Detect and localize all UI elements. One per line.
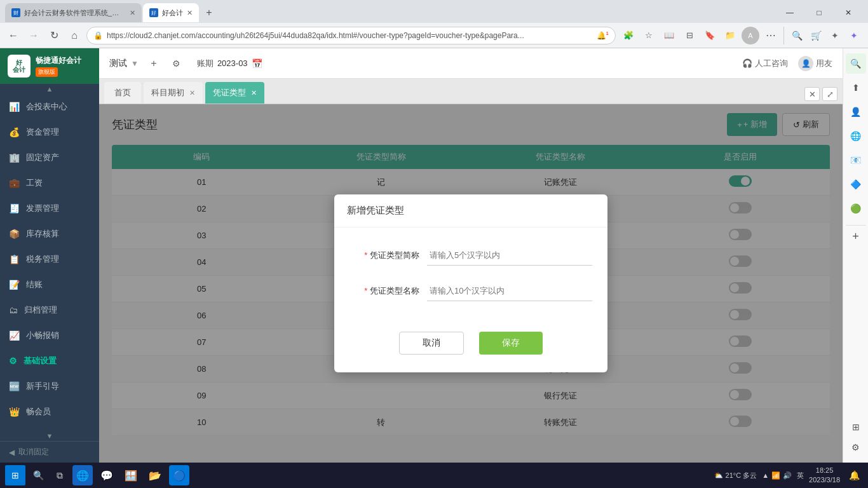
taskbar-app-folder[interactable]: 📂 bbox=[145, 465, 165, 485]
investment-icon: 📊 bbox=[9, 102, 20, 112]
sidebar-item-settings[interactable]: ⚙ 基础设置 bbox=[0, 348, 99, 374]
notification-button[interactable]: 🔔 bbox=[845, 466, 863, 484]
sidebar-scroll-up[interactable]: ▲ bbox=[0, 84, 99, 94]
salary-icon: 💼 bbox=[9, 178, 20, 188]
sidebar-item-report[interactable]: 📈 小畅报销 bbox=[0, 323, 99, 348]
edge-search-icon[interactable]: 🔍 bbox=[788, 27, 806, 44]
browser-tab-2[interactable]: 好 好会计 ✕ bbox=[143, 3, 199, 22]
invoice-icon: 🧾 bbox=[9, 203, 20, 214]
cancel-button[interactable]: 取消 bbox=[399, 332, 464, 355]
right-user-icon[interactable]: 👤 bbox=[846, 102, 866, 122]
reload-button[interactable]: ↻ bbox=[46, 27, 62, 44]
new-tab-button[interactable]: + bbox=[200, 4, 218, 22]
tab1-close[interactable]: ✕ bbox=[130, 9, 135, 17]
sidebar-scroll-down[interactable]: ▼ bbox=[0, 431, 99, 441]
taskbar-app-wechat[interactable]: 💬 bbox=[97, 465, 117, 485]
back-button[interactable]: ← bbox=[5, 27, 22, 44]
report-icon: 📈 bbox=[9, 330, 20, 341]
task-view-button[interactable]: ⧉ bbox=[51, 466, 69, 484]
taskbar-app-store[interactable]: 🪟 bbox=[121, 465, 141, 485]
right-teams-icon[interactable]: 🔷 bbox=[846, 174, 866, 194]
reader-mode-button[interactable]: 📖 bbox=[660, 27, 678, 44]
page-content: 凭证类型 + + 新增 ↺ 刷新 bbox=[99, 104, 843, 463]
taskbar-app-edge[interactable]: 🔵 bbox=[169, 465, 189, 485]
sidebar-item-invoice[interactable]: 🧾 发票管理 bbox=[0, 196, 99, 221]
tab-subject-period-close[interactable]: ✕ bbox=[189, 89, 195, 97]
sidebar-item-fixed-assets[interactable]: 🏢 固定资产 bbox=[0, 145, 99, 170]
abbr-input[interactable] bbox=[427, 245, 592, 266]
archive-icon: 🗂 bbox=[9, 305, 18, 315]
sidebar-logo: 好会计 畅捷通好会计 旗舰版 bbox=[0, 48, 99, 84]
right-add-icon[interactable]: + bbox=[846, 225, 866, 245]
sidebar-item-tax[interactable]: 📋 税务管理 bbox=[0, 247, 99, 272]
system-tray[interactable]: ▲ 📶 🔊 bbox=[762, 471, 792, 480]
workspace-dropdown-icon: ▼ bbox=[131, 59, 139, 68]
edge-copilot-icon[interactable]: ✦ bbox=[845, 27, 863, 44]
share-button[interactable]: 🔖 bbox=[701, 27, 719, 44]
modal-header: 新增凭证类型 bbox=[334, 194, 607, 227]
tab1-label: 好会计云财务软件管理系统_会计 bbox=[24, 8, 126, 18]
right-table-icon[interactable]: ⊞ bbox=[846, 417, 866, 437]
modal-footer: 取消 保存 bbox=[334, 322, 607, 372]
right-panel: 🔍 ⬆ 👤 🌐 📧 🔷 🟢 + ⊞ ⚙ bbox=[843, 48, 868, 463]
user-button[interactable]: 👤 用友 bbox=[798, 56, 832, 71]
browser-tab-1[interactable]: 财 好会计云财务软件管理系统_会计 ✕ bbox=[5, 3, 142, 22]
cancel-pin-button[interactable]: ◀ 取消固定 bbox=[0, 441, 99, 463]
support-button[interactable]: 🎧 人工咨询 bbox=[742, 58, 788, 69]
member-icon: 👑 bbox=[9, 407, 20, 417]
ssl-icon: 🔒 bbox=[93, 31, 103, 40]
right-search-icon[interactable]: 🔍 bbox=[846, 53, 866, 74]
tab-subject-period[interactable]: 科目期初 ✕ bbox=[144, 82, 203, 104]
tax-icon: 📋 bbox=[9, 254, 20, 264]
right-globe-icon[interactable]: 🌐 bbox=[846, 126, 866, 146]
forward-button[interactable]: → bbox=[25, 27, 42, 44]
settings-header-button[interactable]: ⚙ bbox=[169, 56, 184, 71]
tab2-close[interactable]: ✕ bbox=[187, 9, 193, 17]
expand-window-button[interactable]: ⤢ bbox=[822, 87, 837, 101]
close-button[interactable]: ✕ bbox=[834, 3, 863, 23]
tab-home[interactable]: 首页 bbox=[104, 82, 141, 104]
right-apps-icon[interactable]: 🟢 bbox=[846, 198, 866, 219]
home-button[interactable]: ⌂ bbox=[66, 27, 83, 44]
edge-bing-icon[interactable]: ✦ bbox=[826, 27, 844, 44]
sidebar-item-guide[interactable]: 🆕 新手引导 bbox=[0, 374, 99, 399]
more-options-button[interactable]: ⋯ bbox=[762, 27, 780, 44]
tab2-favicon: 好 bbox=[149, 8, 158, 17]
right-upload-icon[interactable]: ⬆ bbox=[846, 78, 866, 98]
taskbar-app-chrome[interactable]: 🌐 bbox=[72, 465, 93, 485]
sidebar-item-archive[interactable]: 🗂 归档管理 bbox=[0, 297, 99, 323]
sidebar-item-investment[interactable]: 📊 会投表中心 bbox=[0, 94, 99, 119]
tab-voucher-type[interactable]: 凭证类型 ✕ bbox=[205, 82, 264, 104]
name-input[interactable] bbox=[427, 281, 592, 301]
sidebar-item-settlement[interactable]: 📝 结账 bbox=[0, 272, 99, 297]
calendar-icon[interactable]: 📅 bbox=[252, 58, 262, 69]
search-taskbar-button[interactable]: 🔍 bbox=[29, 466, 47, 484]
sidebar-item-member[interactable]: 👑 畅会员 bbox=[0, 399, 99, 424]
workspace-selector[interactable]: 测试 ▼ bbox=[109, 58, 139, 69]
add-workspace-button[interactable]: + bbox=[146, 56, 161, 71]
extensions-button[interactable]: 🧩 bbox=[620, 27, 637, 44]
start-button[interactable]: ⊞ bbox=[5, 465, 25, 485]
period-label: 账期 bbox=[197, 58, 214, 69]
restore-window-button[interactable]: ✕ bbox=[804, 87, 820, 101]
right-email-icon[interactable]: 📧 bbox=[846, 150, 866, 170]
bookmark-button[interactable]: ☆ bbox=[640, 27, 658, 44]
settlement-icon: 📝 bbox=[9, 280, 20, 290]
edge-shopping-icon[interactable]: 🛒 bbox=[807, 27, 825, 44]
tab-voucher-type-close[interactable]: ✕ bbox=[251, 89, 257, 97]
logo-text: 畅捷通好会计 bbox=[36, 55, 81, 66]
page-tabs-bar: 首页 科目期初 ✕ 凭证类型 ✕ ✕ ⤢ bbox=[99, 79, 843, 104]
split-view-button[interactable]: ⊟ bbox=[681, 27, 698, 44]
address-bar[interactable]: 🔒 https://cloud2.chanjet.com/accounting/… bbox=[86, 27, 616, 44]
name-form-row: * 凭证类型名称 bbox=[349, 281, 592, 301]
account-button[interactable]: A bbox=[742, 27, 759, 44]
sidebar-item-salary[interactable]: 💼 工资 bbox=[0, 170, 99, 196]
maximize-button[interactable]: □ bbox=[804, 3, 834, 23]
collections-button[interactable]: 📁 bbox=[721, 27, 739, 44]
modal-body: * 凭证类型简称 * 凭证类型名称 bbox=[334, 227, 607, 322]
sidebar-item-inventory[interactable]: 📦 库存核算 bbox=[0, 221, 99, 247]
minimize-button[interactable]: — bbox=[775, 3, 804, 23]
save-button[interactable]: 保存 bbox=[479, 332, 543, 355]
right-gear-icon[interactable]: ⚙ bbox=[846, 437, 866, 458]
sidebar-item-capital[interactable]: 💰 资金管理 bbox=[0, 119, 99, 145]
